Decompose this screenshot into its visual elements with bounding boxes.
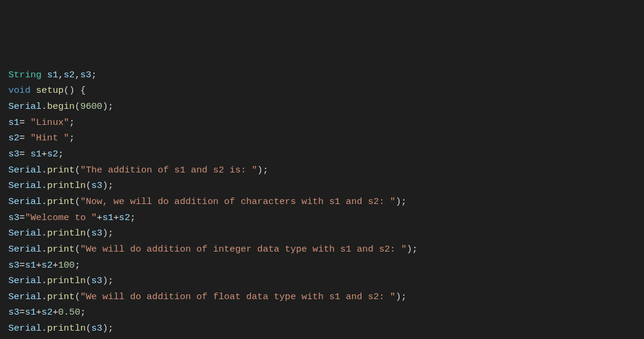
code-line[interactable]: s1= "Linux"; — [8, 115, 636, 131]
code-token: print — [47, 196, 75, 207]
code-token: ; — [75, 260, 80, 271]
code-token: 0.50 — [58, 307, 80, 318]
code-token: = — [20, 149, 31, 159]
code-token: Serial — [8, 101, 42, 112]
code-token: setup — [36, 85, 64, 96]
code-token: String — [8, 70, 42, 80]
code-token: s2 — [42, 307, 53, 318]
code-token: s1 — [30, 149, 42, 159]
code-token: + — [42, 149, 47, 159]
code-line[interactable]: s2= "Hint "; — [8, 130, 636, 146]
code-token: s1 — [25, 260, 36, 271]
code-token: + — [36, 307, 42, 318]
code-token: "Linux" — [30, 117, 69, 128]
code-line[interactable]: Serial.print("We will do addition of flo… — [8, 289, 636, 305]
code-token: . — [42, 244, 47, 255]
code-token: ( — [86, 275, 91, 286]
code-token: ; — [92, 70, 97, 80]
code-token: ( — [86, 228, 91, 238]
code-token: + — [52, 307, 58, 318]
code-token: + — [114, 212, 119, 223]
code-token: ( — [86, 323, 91, 334]
code-token: , — [75, 70, 80, 80]
code-token: ); — [395, 291, 407, 302]
code-token: ); — [102, 275, 114, 286]
code-token: ); — [395, 196, 407, 207]
code-line[interactable]: Serial.print("We will do addition of int… — [8, 241, 636, 258]
code-token: ( — [75, 165, 80, 175]
code-token: "We will do addition of integer data typ… — [80, 244, 407, 255]
code-line[interactable]: s3= s1+s2; — [8, 146, 636, 162]
code-token: ( — [75, 244, 80, 255]
code-token: s3 — [92, 275, 103, 286]
code-token: . — [42, 275, 47, 286]
code-token: Serial — [8, 275, 42, 286]
code-token: ); — [407, 244, 418, 255]
code-line[interactable]: Serial.print("Now, we will do addition o… — [8, 194, 636, 210]
code-token: s3 — [8, 260, 20, 271]
code-token: ); — [102, 228, 114, 238]
code-token: print — [47, 165, 75, 175]
code-line[interactable]: s3="Welcome to "+s1+s2; — [8, 210, 636, 226]
code-token: Serial — [8, 180, 42, 191]
code-token: ); — [102, 323, 114, 334]
code-token: void — [8, 85, 30, 96]
code-token: "The addition of s1 and s2 is: " — [80, 165, 257, 175]
code-token: println — [47, 275, 86, 286]
code-token: println — [47, 180, 86, 191]
code-token: 9600 — [80, 101, 102, 112]
code-token: ( — [86, 180, 91, 191]
code-token: . — [42, 228, 47, 238]
code-editor[interactable]: String s1,s2,s3;void setup() {Serial.beg… — [8, 67, 636, 339]
code-token: s1 — [47, 70, 58, 80]
code-line[interactable]: void setup() { — [8, 83, 636, 99]
code-token: Serial — [8, 165, 42, 175]
code-line[interactable]: Serial.println(s3); — [8, 178, 636, 194]
code-token: . — [42, 101, 47, 112]
code-line[interactable]: s3=s1+s2+100; — [8, 258, 636, 274]
code-token: begin — [47, 101, 75, 112]
code-token: ( — [75, 291, 80, 302]
code-line[interactable]: s3=s1+s2+0.50; — [8, 305, 636, 321]
code-token: = — [20, 260, 25, 271]
code-token: Serial — [8, 196, 42, 207]
code-token: ; — [58, 149, 64, 159]
code-token: s3 — [8, 212, 20, 223]
code-token: . — [42, 323, 47, 334]
code-token: "Welcome to " — [25, 212, 97, 223]
code-token: "We will do addition of float data type … — [80, 291, 395, 302]
code-token: print — [47, 244, 75, 255]
code-token: ; — [69, 133, 74, 143]
code-token: ( — [75, 196, 80, 207]
code-token: . — [42, 196, 47, 207]
code-line[interactable]: Serial.print("The addition of s1 and s2 … — [8, 162, 636, 178]
code-token: "Hint " — [30, 133, 69, 143]
code-token: ); — [102, 101, 114, 112]
code-token — [42, 70, 47, 80]
code-token: "Now, we will do addition of characters … — [80, 196, 395, 207]
code-line[interactable]: Serial.print("We will do addition of out… — [8, 337, 636, 339]
code-token: s3 — [92, 180, 103, 191]
code-token: s3 — [80, 70, 92, 80]
code-token: + — [52, 260, 58, 271]
code-line[interactable]: Serial.println(s3); — [8, 273, 636, 289]
code-token — [30, 85, 36, 96]
code-token: + — [97, 212, 102, 223]
code-token: ; — [80, 307, 86, 318]
code-token: s3 — [92, 323, 103, 334]
code-token: println — [47, 228, 86, 238]
code-token: s2 — [47, 149, 58, 159]
code-token: s1 — [102, 212, 114, 223]
code-token: ; — [130, 212, 136, 223]
code-token: 100 — [58, 260, 75, 271]
code-line[interactable]: Serial.println(s3); — [8, 321, 636, 337]
code-token: println — [47, 323, 86, 334]
code-token: = — [20, 133, 31, 143]
code-token: s1 — [8, 117, 20, 128]
code-line[interactable]: Serial.println(s3); — [8, 225, 636, 241]
code-line[interactable]: String s1,s2,s3; — [8, 67, 636, 83]
code-token: () { — [64, 85, 86, 96]
code-token: s2 — [42, 260, 53, 271]
code-token: s3 — [92, 228, 103, 238]
code-line[interactable]: Serial.begin(9600); — [8, 99, 636, 115]
